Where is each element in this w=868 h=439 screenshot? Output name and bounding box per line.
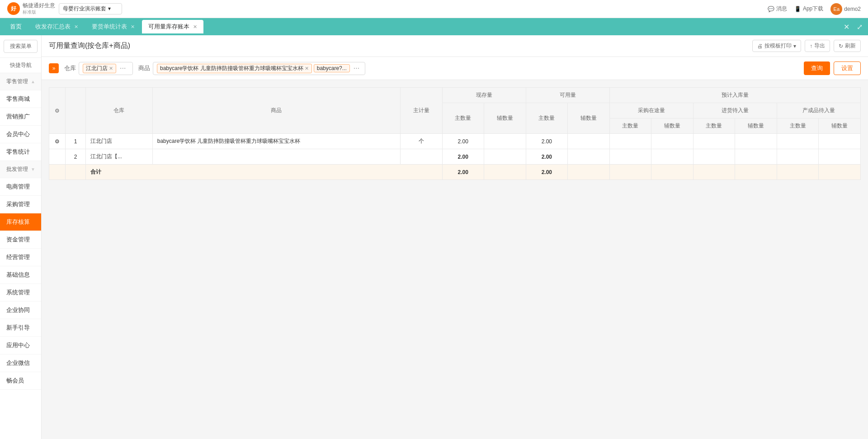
- cell-prod-aux: [819, 134, 861, 149]
- close-icon[interactable]: ✕: [131, 24, 135, 30]
- filter-more2-icon[interactable]: ···: [352, 64, 361, 72]
- summary-row: 合计 2.00 2.00: [49, 165, 861, 180]
- close-icon[interactable]: ✕: [74, 24, 78, 30]
- close-icon[interactable]: ✕: [193, 24, 197, 30]
- chevron-up-icon: ▲: [31, 79, 35, 84]
- th-current-aux: 辅数量: [484, 103, 526, 134]
- search-menu-btn[interactable]: 搜索菜单: [4, 40, 38, 53]
- tab-receipt-summary[interactable]: 收发存汇总表 ✕: [29, 20, 85, 33]
- summary-avail-main: 2.00: [526, 165, 568, 180]
- export-label: 导出: [814, 42, 825, 50]
- quick-nav-btn[interactable]: 快捷导航: [0, 58, 41, 73]
- message-btn[interactable]: 💬 消息: [768, 5, 787, 13]
- sidebar-item-retail-mall[interactable]: 零售商城: [0, 90, 41, 108]
- cell-current-main: 2.00: [442, 134, 484, 149]
- sidebar-item-member[interactable]: 会员中心: [0, 126, 41, 143]
- th-avail-main: 主数量: [526, 103, 568, 134]
- nav-tabs: 首页 收发存汇总表 ✕ 要货单统计表 ✕ 可用量库存账本 ✕ ✕ ⤢: [0, 18, 868, 35]
- warehouse-tag: 江北门店 ✕: [83, 64, 116, 73]
- sidebar-item-enterprise-wechat[interactable]: 企业微信: [0, 354, 41, 372]
- cell-avail-aux: [568, 149, 610, 165]
- account-selector[interactable]: 母婴行业演示账套 ▾: [59, 3, 122, 14]
- cell-num: 1: [66, 134, 86, 149]
- sidebar-label: 基础信息: [6, 271, 30, 279]
- sidebar-label: 零售管理: [6, 78, 28, 85]
- sidebar-item-purchase[interactable]: 采购管理: [0, 196, 41, 213]
- summary-goods-main: [693, 165, 735, 180]
- settings-btn[interactable]: 设置: [834, 61, 861, 75]
- export-icon: ↑: [810, 43, 812, 49]
- sidebar-label: 畅会员: [6, 377, 24, 385]
- sidebar-item-retail-mgmt[interactable]: 零售管理 ▲: [0, 73, 41, 90]
- app-download-btn[interactable]: 📱 App下载: [794, 5, 823, 13]
- product-tag1-close[interactable]: ✕: [305, 66, 309, 71]
- summary-current-aux: [484, 165, 526, 180]
- refresh-btn[interactable]: ↻ 刷新: [834, 40, 861, 52]
- tab-available-inventory[interactable]: 可用量库存账本 ✕: [142, 20, 203, 33]
- available-tab-label: 可用量库存账本: [148, 23, 189, 31]
- filter-expand-btn[interactable]: »: [49, 63, 59, 73]
- cell-pur-aux: [651, 149, 693, 165]
- refresh-label: 刷新: [845, 42, 856, 50]
- th-prod-main: 主数量: [777, 118, 819, 134]
- sidebar-item-ecommerce[interactable]: 电商管理: [0, 178, 41, 196]
- cell-current-main: 2.00: [442, 149, 484, 165]
- sidebar-item-operations[interactable]: 经营管理: [0, 249, 41, 266]
- expand-arrow-icon: »: [52, 65, 56, 71]
- warehouse-tag-close[interactable]: ✕: [109, 66, 113, 71]
- warehouse-tag-text: 江北门店: [86, 65, 108, 72]
- gear-icon[interactable]: ⚙: [55, 108, 60, 114]
- app-download-label: App下载: [803, 5, 823, 13]
- product-input[interactable]: babycare学饮杯 儿童防摔防撞吸管杯重力球吸嘴杯宝宝水杯 ✕ babyca…: [153, 62, 365, 75]
- warehouse-input[interactable]: 江北门店 ✕ ···: [79, 62, 133, 75]
- th-prod-aux: 辅数量: [819, 118, 861, 134]
- account-selector-label: 母婴行业演示账套: [63, 5, 106, 13]
- sidebar-item-wholesale[interactable]: 批发管理 ▼: [0, 161, 41, 178]
- tab-order-stats[interactable]: 要货单统计表 ✕: [85, 20, 141, 33]
- logo-icon: 好: [7, 2, 20, 15]
- cell-goods-aux: [735, 149, 777, 165]
- sidebar-item-enterprise[interactable]: 企业协同: [0, 302, 41, 319]
- query-btn[interactable]: 查询: [804, 61, 830, 75]
- close-tab-icon[interactable]: ✕: [842, 21, 851, 33]
- cell-avail-main: 2.00: [526, 134, 568, 149]
- table-row: ⚙ 1 江北门店 babycare学饮杯 儿童防摔防撞吸管杯重力球吸嘴杯宝宝水杯…: [49, 134, 861, 149]
- chevron-down-icon: ▼: [31, 167, 35, 172]
- cell-current-aux: [484, 134, 526, 149]
- th-pur-main: 主数量: [609, 118, 651, 134]
- cell-prod-main: [777, 134, 819, 149]
- tab-home[interactable]: 首页: [4, 20, 28, 33]
- sidebar-item-marketing[interactable]: 营销推广: [0, 108, 41, 126]
- table-row: 2 江北门店【... 2.00 2.00: [49, 149, 861, 165]
- summary-goods-aux: [735, 165, 777, 180]
- receipt-tab-label: 收发存汇总表: [35, 23, 71, 31]
- print-btn[interactable]: 🖨 按模板打印 ▾: [752, 40, 801, 52]
- sidebar-item-newbie[interactable]: 新手引导: [0, 319, 41, 337]
- summary-label: 合计: [85, 165, 442, 180]
- sidebar-item-inventory[interactable]: 库存核算: [0, 213, 41, 231]
- filter-more-icon[interactable]: ···: [118, 64, 127, 72]
- th-product: 商品: [152, 88, 400, 134]
- sidebar-item-changhui[interactable]: 畅会员: [0, 372, 41, 390]
- product-tag2: babycare?...: [314, 64, 350, 72]
- sidebar-item-finance[interactable]: 资金管理: [0, 231, 41, 249]
- th-goods-aux: 辅数量: [735, 118, 777, 134]
- sidebar-label: 新手引导: [6, 324, 30, 332]
- cell-prod-aux: [819, 149, 861, 165]
- sidebar-label: 零售统计: [6, 148, 30, 156]
- sidebar-item-basic-info[interactable]: 基础信息: [0, 266, 41, 284]
- expand-icon[interactable]: ⤢: [855, 21, 864, 33]
- summary-pur-aux: [651, 165, 693, 180]
- sidebar-item-app-center[interactable]: 应用中心: [0, 337, 41, 354]
- user-info[interactable]: Ea demo2: [830, 3, 861, 15]
- cell-gear[interactable]: ⚙: [49, 134, 66, 149]
- filter-action-btns: 查询 设置: [804, 61, 861, 75]
- th-goods-main: 主数量: [693, 118, 735, 134]
- row-gear-icon[interactable]: ⚙: [55, 138, 60, 145]
- sidebar-label: 零售商城: [6, 95, 30, 103]
- inventory-table: ⚙ 仓库 商品 主计量 现存量 可用量 预计入库量 主数量 辅数量 主数量: [49, 87, 861, 180]
- sidebar-item-system[interactable]: 系统管理: [0, 284, 41, 302]
- sidebar-item-retail-stats[interactable]: 零售统计: [0, 143, 41, 161]
- cell-gear[interactable]: [49, 149, 66, 165]
- export-btn[interactable]: ↑ 导出: [805, 40, 830, 52]
